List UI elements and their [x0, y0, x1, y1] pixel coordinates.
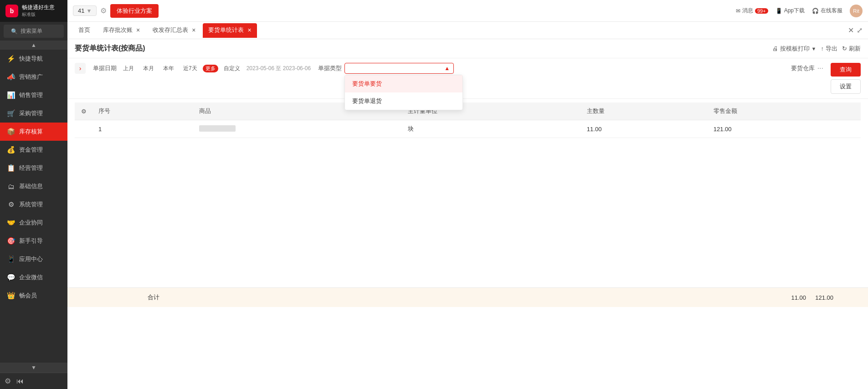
type-dropdown: 要货单要货 要货单退货	[344, 75, 463, 110]
sidebar-item-quick-nav[interactable]: ⚡ 快捷导航	[0, 50, 67, 68]
inventory-icon: 📦	[6, 127, 15, 136]
scroll-up-btn[interactable]: ▲	[0, 41, 67, 50]
last-month-btn[interactable]: 上月	[119, 63, 138, 74]
tab-home[interactable]: 首页	[73, 23, 96, 38]
tab-home-label: 首页	[78, 26, 90, 34]
more-dates-btn[interactable]: 更多	[203, 65, 218, 72]
operation-icon: 📋	[6, 164, 15, 173]
tab-batch-close-icon[interactable]: ×	[136, 27, 140, 33]
scroll-down-btn[interactable]: ▼	[0, 363, 67, 373]
sales-icon: 📊	[6, 91, 15, 100]
sidebar-item-basic[interactable]: 🗂 基础信息	[0, 177, 67, 195]
page-container: 要货单统计表(按商品) 🖨 按模板打印 ▼ ↑ 导出 ↻ 刷新	[67, 39, 868, 389]
date-filter-group: 单据日期 上月 本月 本年 近7天 更多 自定义 2023-05-06 至 20…	[93, 63, 311, 74]
sidebar-item-label: 库存核算	[19, 128, 43, 136]
sidebar-item-label: 采购管理	[19, 109, 43, 118]
settings-icon[interactable]: ⚙	[5, 377, 11, 385]
filter-actions: 查询 设置	[831, 63, 861, 94]
sidebar-item-app-center[interactable]: 📱 应用中心	[0, 250, 67, 268]
logo-icon: b	[5, 5, 18, 17]
export-btn[interactable]: ↑ 导出	[821, 45, 838, 53]
tab-batch-account[interactable]: 库存批次账 ×	[98, 23, 145, 38]
sidebar-item-label: 应用中心	[19, 255, 43, 263]
sidebar-item-label: 新手引导	[19, 237, 43, 245]
search-icon: 🔍	[11, 28, 18, 35]
cell-goods	[194, 120, 403, 138]
collapse-icon[interactable]: ⏮	[16, 377, 24, 385]
online-service-btn[interactable]: 🎧 在线客服	[812, 7, 842, 15]
sidebar-item-wechat[interactable]: 💬 企业微信	[0, 268, 67, 287]
tab-collect-close-icon[interactable]: ×	[192, 27, 195, 33]
date-filter-label: 单据日期	[93, 64, 117, 72]
app-download-btn[interactable]: 📱 App下载	[776, 7, 805, 15]
main-area: 41 ▼ ⚙ 体验行业方案 ✉ 消息 99+ 📱 App下载 🎧 在线客服 Ri…	[67, 0, 868, 389]
col-header-settings[interactable]: ⚙	[75, 102, 93, 120]
purchase-icon: 🛒	[6, 109, 15, 118]
total-qty: 11.00	[770, 294, 815, 301]
sidebar-item-marketing[interactable]: 📣 营销推广	[0, 68, 67, 86]
sidebar-nav: ⚡ 快捷导航 📣 营销推广 📊 销售管理 🛒 采购管理 📦 库存核算 💰 资金管…	[0, 50, 67, 363]
header-right: ✉ 消息 99+ 📱 App下载 🎧 在线客服 Rit	[736, 5, 863, 17]
tab-requisition-stats[interactable]: 要货单统计表 ×	[203, 23, 257, 38]
filter-expand-btn[interactable]: ›	[75, 63, 86, 74]
page-actions: 🖨 按模板打印 ▼ ↑ 导出 ↻ 刷新	[772, 45, 861, 53]
tab-count-arrow-icon: ▼	[86, 8, 92, 14]
tab-requisition-close-icon[interactable]: ×	[247, 27, 251, 33]
tab-collect-summary[interactable]: 收发存汇总表 ×	[147, 23, 201, 38]
header-gear-icon[interactable]: ⚙	[100, 6, 107, 15]
sidebar-item-label: 畅会员	[19, 292, 37, 300]
set-btn[interactable]: 设置	[831, 79, 861, 94]
print-btn[interactable]: 🖨 按模板打印 ▼	[772, 45, 817, 53]
sidebar-item-guide[interactable]: 🎯 新手引导	[0, 232, 67, 250]
tab-collect-label: 收发存汇总表	[153, 26, 188, 34]
online-service-label: 在线客服	[821, 7, 842, 15]
dropdown-option-requisition-order[interactable]: 要货单要货	[345, 75, 462, 92]
download-icon: 📱	[776, 8, 782, 14]
sidebar-item-operation[interactable]: 📋 经营管理	[0, 159, 67, 177]
page-title: 要货单统计表(按商品)	[75, 44, 145, 53]
last-7-days-btn[interactable]: 近7天	[180, 63, 201, 74]
sidebar-item-label: 营销推广	[19, 73, 43, 81]
wechat-icon: 💬	[6, 273, 15, 282]
guide-icon: 🎯	[6, 236, 15, 246]
sidebar-item-system[interactable]: ⚙ 系统管理	[0, 195, 67, 214]
sidebar-item-label: 企业微信	[19, 273, 43, 282]
sidebar-item-sales[interactable]: 📊 销售管理	[0, 86, 67, 104]
dropdown-option-requisition-return[interactable]: 要货单退货	[345, 92, 462, 110]
tab-action-close-icon[interactable]: ✕	[848, 26, 854, 35]
tab-count-number: 41	[78, 7, 84, 14]
sidebar-item-inventory[interactable]: 📦 库存核算	[0, 123, 67, 141]
logo-text: 畅捷通好生意	[22, 4, 55, 11]
message-btn[interactable]: ✉ 消息 99+	[736, 7, 768, 15]
trial-btn[interactable]: 体验行业方案	[110, 4, 159, 18]
tab-requisition-label: 要货单统计表	[208, 26, 244, 34]
sidebar-item-purchase[interactable]: 🛒 采购管理	[0, 104, 67, 123]
sidebar-item-collab[interactable]: 🤝 企业协同	[0, 214, 67, 232]
sidebar-item-label: 基础信息	[19, 182, 43, 190]
col-header-index: 序号	[93, 102, 194, 120]
warehouse-more-icon[interactable]: ···	[817, 64, 823, 72]
tab-action-maximize-icon[interactable]: ⤢	[857, 26, 863, 35]
tab-count-btn[interactable]: 41 ▼	[73, 5, 97, 16]
cell-qty: 11.00	[581, 120, 708, 138]
refresh-label: 刷新	[849, 45, 861, 53]
type-select[interactable]: ▲	[344, 63, 454, 74]
system-icon: ⚙	[6, 200, 15, 209]
total-label: 合计	[75, 293, 159, 302]
message-icon: ✉	[736, 8, 740, 14]
type-filter-group: 单据类型 ▲ 要货单要货 要货单退货	[318, 63, 454, 74]
search-menu[interactable]: 🔍 搜索菜单	[4, 25, 64, 38]
this-year-btn[interactable]: 本年	[159, 63, 178, 74]
refresh-btn[interactable]: ↻ 刷新	[842, 45, 861, 53]
query-btn[interactable]: 查询	[831, 63, 861, 77]
this-month-btn[interactable]: 本月	[139, 63, 158, 74]
custom-date-btn[interactable]: 自定义	[220, 63, 244, 74]
filter-bar: › 单据日期 上月 本月 本年 近7天 更多 自定义	[67, 58, 868, 99]
refresh-icon: ↻	[842, 45, 847, 52]
logo-sub: 标准版	[22, 11, 55, 18]
data-table: ⚙ 序号 商品 主计量单位 主数量 零售金额 1	[75, 102, 861, 138]
sidebar-item-finance[interactable]: 💰 资金管理	[0, 141, 67, 159]
cell-settings	[75, 120, 93, 138]
sidebar-item-member[interactable]: 👑 畅会员	[0, 287, 67, 305]
user-avatar[interactable]: Rit	[850, 5, 863, 17]
